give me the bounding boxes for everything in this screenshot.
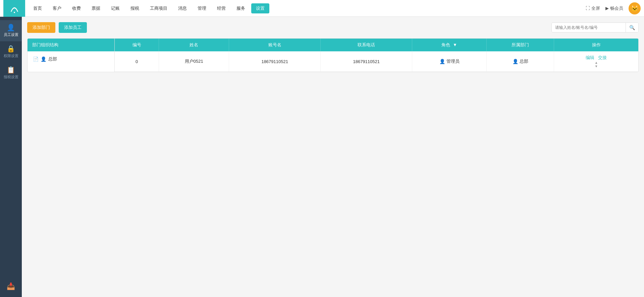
vip-icon: ▶ <box>605 6 609 11</box>
cell-dept: 👤 总部 <box>487 51 554 72</box>
content-area: 添加部门 添加员工 🔍 部门组织结构 📄 👤 总部 <box>22 17 644 297</box>
top-navigation: 首页 客户 收费 票据 记账 报税 工商项目 消息 管理 经营 服务 设置 ⛶ … <box>0 0 644 17</box>
nav-right-actions: ⛶ 全屏 ▶ 畅会员 🐱 <box>586 2 641 14</box>
add-dept-button[interactable]: 添加部门 <box>27 22 55 33</box>
filter-icon[interactable]: ▼ <box>453 42 457 47</box>
nav-menu: 首页 客户 收费 票据 记账 报税 工商项目 消息 管理 经营 服务 设置 <box>29 3 586 13</box>
cell-actions: 编辑 交接 ▲▼ <box>554 51 638 72</box>
col-name: 姓名 <box>159 39 229 51</box>
logo <box>3 0 25 17</box>
nav-message[interactable]: 消息 <box>173 3 192 13</box>
col-account: 账号名 <box>229 39 321 51</box>
cell-account: 18679110521 <box>229 51 321 72</box>
nav-manage[interactable]: 管理 <box>193 3 211 13</box>
nav-invoice[interactable]: 票据 <box>87 3 105 13</box>
role-label: 管理员 <box>446 58 460 64</box>
nav-fee[interactable]: 收费 <box>67 3 86 13</box>
sidebar-bottom: 📥 <box>0 279 22 297</box>
dept-user-icon: 👤 <box>513 59 518 64</box>
col-id: 编号 <box>115 39 159 51</box>
sidebar-item-permission[interactable]: 🔒 权限设置 <box>0 41 22 62</box>
sidebar-permission-label: 权限设置 <box>4 53 18 58</box>
search-box: 🔍 <box>551 22 639 33</box>
dept-tree-item-general[interactable]: 📄 👤 总部 <box>30 54 112 64</box>
nav-service[interactable]: 服务 <box>232 3 250 13</box>
table: 编号 姓名 账号名 联系电话 角色 ▼ 所属部门 操作 <box>115 39 638 72</box>
col-dept: 所属部门 <box>487 39 554 51</box>
sidebar-item-employee[interactable]: 👤 员工设置 <box>0 20 22 41</box>
table-row: 0 用户0521 18679110521 18679110521 👤 管理员 <box>115 51 638 72</box>
dept-tree-header: 部门组织结构 <box>28 39 114 51</box>
cell-role: 👤 管理员 <box>412 51 487 72</box>
search-icon: 🔍 <box>629 25 635 30</box>
lock-icon: 🔒 <box>7 45 15 52</box>
nav-client[interactable]: 客户 <box>48 3 66 13</box>
col-action: 操作 <box>554 39 638 51</box>
tax-settings-icon: 📋 <box>7 66 15 73</box>
employee-table: 编号 姓名 账号名 联系电话 角色 ▼ 所属部门 操作 <box>115 39 638 72</box>
main-layout: 👤 员工设置 🔒 权限设置 📋 报税设置 📥 添加部门 添加员工 🔍 <box>0 17 644 297</box>
nav-business[interactable]: 工商项目 <box>145 3 172 13</box>
fullscreen-icon: ⛶ <box>586 6 590 11</box>
cell-name: 用户0521 <box>159 51 229 72</box>
table-header-row: 编号 姓名 账号名 联系电话 角色 ▼ 所属部门 操作 <box>115 39 638 51</box>
sidebar-employee-label: 员工设置 <box>4 32 18 37</box>
sidebar-download[interactable]: 📥 <box>0 279 22 294</box>
nav-tax[interactable]: 报税 <box>126 3 144 13</box>
download-icon: 📥 <box>7 283 15 290</box>
employee-icon: 👤 <box>7 24 15 31</box>
nav-operation[interactable]: 经营 <box>212 3 230 13</box>
sidebar-item-tax-settings[interactable]: 📋 报税设置 <box>0 62 22 84</box>
col-role: 角色 ▼ <box>412 39 487 51</box>
cell-phone: 18679110521 <box>321 51 412 72</box>
sidebar: 👤 员工设置 🔒 权限设置 📋 报税设置 📥 <box>0 17 22 297</box>
edit-link[interactable]: 编辑 <box>586 55 594 60</box>
nav-home[interactable]: 首页 <box>29 3 47 13</box>
sidebar-tax-label: 报税设置 <box>4 75 18 80</box>
role-user-icon: 👤 <box>439 59 445 64</box>
col-phone: 联系电话 <box>321 39 412 51</box>
dept-tree-body: 📄 👤 总部 <box>28 51 114 67</box>
add-emp-button[interactable]: 添加员工 <box>59 22 87 33</box>
nav-settings[interactable]: 设置 <box>251 3 269 13</box>
vip-label: 畅会员 <box>610 5 623 11</box>
avatar-emoji: 🐱 <box>631 5 638 12</box>
fullscreen-label: 全屏 <box>591 5 600 11</box>
dept-user-icon: 👤 <box>41 56 46 62</box>
nav-accounting[interactable]: 记账 <box>106 3 124 13</box>
search-input[interactable] <box>552 23 626 32</box>
file-icon: 📄 <box>33 56 39 62</box>
cell-id: 0 <box>115 51 159 72</box>
toolbar: 添加部门 添加员工 🔍 <box>27 22 639 33</box>
handover-link[interactable]: 交接 <box>598 55 607 60</box>
vip-button[interactable]: ▶ 畅会员 <box>605 5 623 11</box>
avatar[interactable]: 🐱 <box>629 2 641 14</box>
dept-label: 总部 <box>520 58 528 64</box>
search-button[interactable]: 🔍 <box>626 23 638 32</box>
svg-point-0 <box>14 12 15 13</box>
row-scroll-arrows[interactable]: ▲▼ <box>558 61 634 68</box>
main-panel: 部门组织结构 📄 👤 总部 编号 姓名 账号名 <box>27 38 639 72</box>
fullscreen-button[interactable]: ⛶ 全屏 <box>586 5 600 11</box>
dept-name: 总部 <box>48 56 57 62</box>
dept-tree: 部门组织结构 📄 👤 总部 <box>28 39 115 72</box>
